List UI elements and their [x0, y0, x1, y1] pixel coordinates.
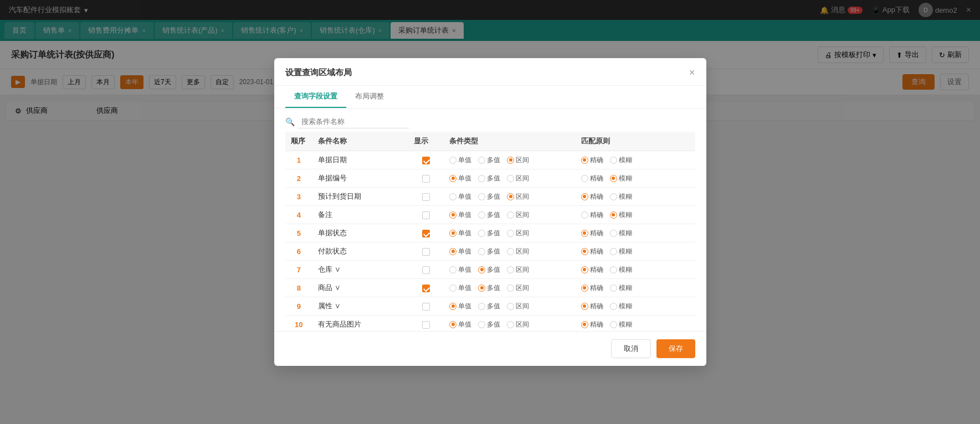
modal-search-bar: 🔍 — [274, 108, 706, 127]
modal-tab-layout-label: 布局调整 — [355, 92, 384, 100]
modal-close-button[interactable]: × — [689, 67, 695, 79]
settings-modal: 设置查询区域布局 × 查询字段设置 布局调整 🔍 顺序 — [274, 58, 706, 127]
modal-tab-query-label: 查询字段设置 — [294, 92, 337, 100]
search-icon: 🔍 — [285, 117, 295, 126]
modal-header: 设置查询区域布局 × — [274, 58, 706, 86]
search-input[interactable] — [298, 115, 409, 127]
modal-overlay: 设置查询区域布局 × 查询字段设置 布局调整 🔍 顺序 — [0, 0, 980, 127]
modal-tabs: 查询字段设置 布局调整 — [274, 86, 706, 108]
modal-tab-layout[interactable]: 布局调整 — [346, 86, 393, 108]
modal-title: 设置查询区域布局 — [285, 68, 352, 78]
modal-tab-query-fields[interactable]: 查询字段设置 — [285, 86, 346, 108]
